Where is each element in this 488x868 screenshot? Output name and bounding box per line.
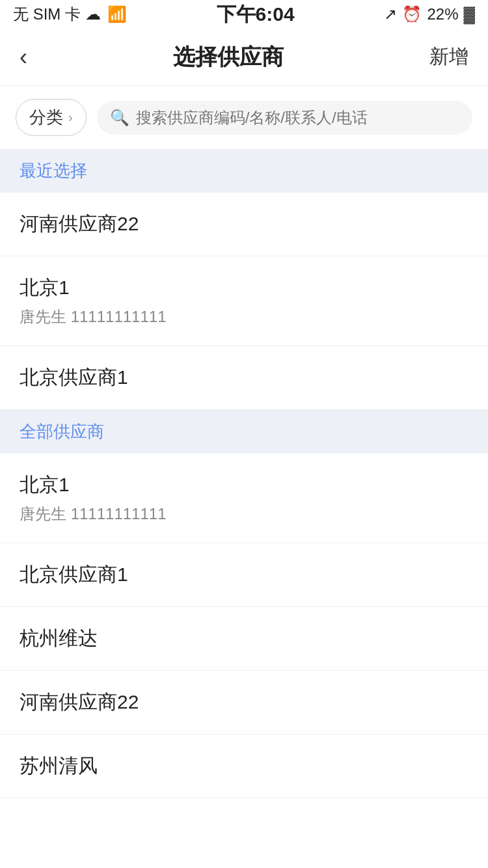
supplier-name: 北京1: [20, 275, 468, 301]
list-container: 最近选择河南供应商22北京1唐先生 11111111111北京供应商1全部供应商…: [0, 149, 488, 798]
chevron-right-icon: ›: [68, 110, 73, 125]
supplier-name: 河南供应商22: [20, 211, 468, 237]
filter-bar: 分类 › 🔍: [0, 86, 488, 149]
list-item[interactable]: 北京供应商1: [0, 543, 488, 607]
supplier-detail: 唐先生 11111111111: [20, 504, 468, 524]
supplier-name: 河南供应商22: [20, 689, 468, 716]
back-button[interactable]: ‹: [20, 44, 27, 71]
supplier-name: 北京1: [20, 472, 468, 498]
list-item[interactable]: 河南供应商22: [0, 671, 488, 735]
category-button[interactable]: 分类 ›: [16, 99, 87, 136]
list-item[interactable]: 苏州清风: [0, 735, 488, 798]
supplier-name: 北京供应商1: [20, 364, 468, 391]
status-left: 无 SIM 卡 ☁ 📶: [13, 4, 127, 25]
status-bar: 无 SIM 卡 ☁ 📶 下午6:04 ↗ ⏰ 22% ▓: [0, 0, 488, 29]
battery-icon: ▓: [463, 5, 475, 23]
nav-bar: ‹ 选择供应商 新增: [0, 29, 488, 86]
add-button[interactable]: 新增: [429, 44, 468, 70]
sim-label: 无 SIM 卡 ☁: [13, 4, 101, 25]
category-label: 分类: [29, 106, 63, 129]
supplier-name: 杭州维达: [20, 625, 468, 652]
status-time: 下午6:04: [217, 1, 295, 28]
list-item[interactable]: 北京供应商1: [0, 346, 488, 410]
supplier-name: 北京供应商1: [20, 562, 468, 588]
alarm-icon: ⏰: [402, 5, 422, 23]
list-item[interactable]: 河南供应商22: [0, 193, 488, 256]
location-icon: ↗: [384, 5, 397, 23]
supplier-name: 苏州清风: [20, 753, 468, 780]
battery-label: 22%: [427, 5, 458, 23]
supplier-detail: 唐先生 11111111111: [20, 306, 468, 327]
search-input[interactable]: [136, 109, 459, 127]
list-item[interactable]: 北京1唐先生 11111111111: [0, 256, 488, 346]
page-title: 选择供应商: [173, 42, 284, 72]
list-item[interactable]: 北京1唐先生 11111111111: [0, 454, 488, 543]
list-item[interactable]: 杭州维达: [0, 607, 488, 671]
search-icon: 🔍: [110, 109, 129, 127]
wifi-icon: 📶: [107, 5, 127, 23]
section-header-recent: 最近选择: [0, 149, 488, 193]
search-box[interactable]: 🔍: [97, 101, 472, 135]
section-header-all: 全部供应商: [0, 410, 488, 454]
status-right: ↗ ⏰ 22% ▓: [384, 5, 475, 23]
